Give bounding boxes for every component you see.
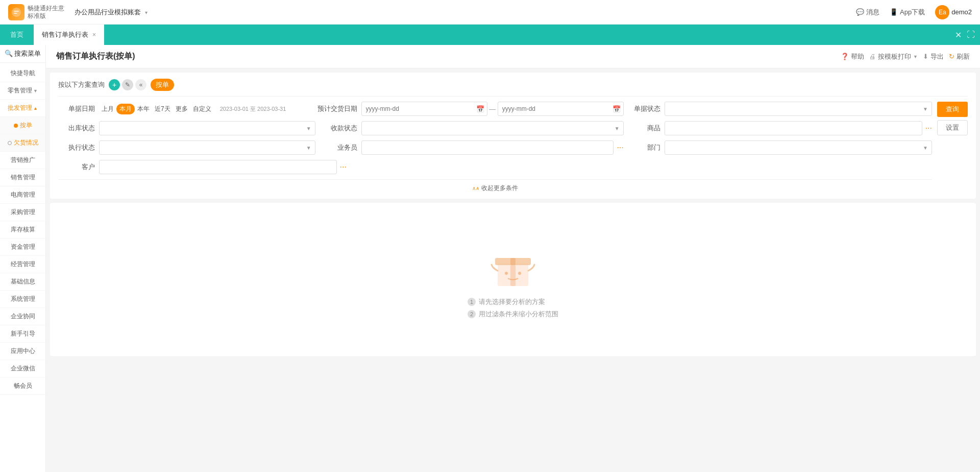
scheme-add-button[interactable]: + xyxy=(109,79,120,90)
date-btn-7days[interactable]: 近7天 xyxy=(152,104,173,114)
window-close-button[interactable]: ✕ xyxy=(955,30,962,40)
sidebar-item-enterprise[interactable]: 企业协同 xyxy=(0,308,45,325)
customer-dots-button[interactable]: ··· xyxy=(340,162,347,172)
outstock-label: 出库状态 xyxy=(58,124,99,133)
filter-content: 单据日期 上月 本月 本年 近7天 更多 自定义 xyxy=(58,102,968,193)
sidebar-item-sales[interactable]: 销售管理 xyxy=(0,169,45,186)
calendar-icon-from[interactable]: 📅 xyxy=(476,105,484,113)
sidebar-item-basic[interactable]: 基础信息 xyxy=(0,273,45,291)
empty-illustration xyxy=(487,240,538,291)
sidebar-item-retail[interactable]: 零售管理 ▼ xyxy=(0,82,45,100)
industry-selector[interactable]: 办公用品行业模拟账套 ▾ xyxy=(75,8,148,17)
product-dots-button[interactable]: ··· xyxy=(925,124,932,133)
scheme-edit-button[interactable]: ✎ xyxy=(122,79,133,90)
collapse-button[interactable]: ∧∧ 收起更多条件 xyxy=(58,179,932,193)
dept-select-wrapper: ▼ xyxy=(665,140,932,155)
logo-icon xyxy=(8,4,24,20)
date-quick-btns: 上月 本月 本年 近7天 更多 自定义 xyxy=(99,104,214,114)
circle-icon xyxy=(14,124,18,128)
sidebar-item-operations[interactable]: 经营管理 xyxy=(0,256,45,273)
sidebar-item-system[interactable]: 系统管理 xyxy=(0,291,45,308)
expected-date-label: 预计交货日期 xyxy=(315,104,361,113)
sidebar-item-wholesale[interactable]: 批发管理 ▲ xyxy=(0,100,45,117)
sidebar-item-newbie[interactable]: 新手引导 xyxy=(0,325,45,343)
salesperson-dots-button[interactable]: ··· xyxy=(617,143,623,152)
date-btn-thisyear[interactable]: 本年 xyxy=(135,104,152,114)
product-input[interactable] xyxy=(665,121,922,135)
app-download-button[interactable]: 📱 App下载 xyxy=(890,8,925,17)
calendar-icon-to[interactable]: 📅 xyxy=(612,105,621,113)
sidebar-item-finance[interactable]: 资金管理 xyxy=(0,239,45,256)
scheme-collapse-button[interactable]: « xyxy=(135,79,146,90)
expected-date-from: 📅 xyxy=(361,102,487,116)
sidebar-item-purchase[interactable]: 采购管理 xyxy=(0,204,45,221)
exec-select-wrapper: ▼ xyxy=(99,140,315,155)
tab-close-button[interactable]: × xyxy=(92,31,96,38)
sidebar-item-debt[interactable]: 欠货情况 xyxy=(0,134,45,152)
scheme-label: 按以下方案查询 xyxy=(58,80,105,89)
filter-item-status: 单据状态 ▼ xyxy=(624,102,932,116)
customer-input[interactable] xyxy=(99,160,337,174)
filter-item-dept: 部门 ▼ xyxy=(624,140,932,155)
refresh-button[interactable]: ↻ 刷新 xyxy=(949,52,970,61)
filter-item-exec: 执行状态 ▼ xyxy=(58,140,315,155)
filter-item-payment: 收款状态 ▼ xyxy=(315,121,624,135)
payment-select[interactable] xyxy=(361,121,624,135)
sidebar-item-appstore[interactable]: 应用中心 xyxy=(0,343,45,360)
payment-label: 收款状态 xyxy=(315,124,361,133)
date-btn-thismonth[interactable]: 本月 xyxy=(116,104,135,114)
svg-rect-2 xyxy=(510,258,516,265)
chevron-down-icon: ▼ xyxy=(33,88,38,93)
filter-item-salesperson: 业务员 ··· xyxy=(315,140,624,155)
filter-left: 单据日期 上月 本月 本年 近7天 更多 自定义 xyxy=(58,102,932,193)
expected-date-to-input[interactable] xyxy=(498,102,624,116)
sidebar-item-shortcuts[interactable]: 快捷导航 xyxy=(0,65,45,82)
sidebar: 🔍 搜索菜单 快捷导航 零售管理 ▼ 批发管理 ▲ 按单 xyxy=(0,45,46,472)
sidebar-item-batch[interactable]: 按单 xyxy=(0,117,45,134)
svg-point-4 xyxy=(505,272,508,275)
sidebar-item-member[interactable]: 畅会员 xyxy=(0,377,45,395)
scheme-row: 按以下方案查询 + ✎ « 按单 xyxy=(58,79,968,97)
date-btn-custom[interactable]: 自定义 xyxy=(190,104,214,114)
sidebar-search[interactable]: 🔍 搜索菜单 xyxy=(0,45,45,63)
expected-date-from-input[interactable] xyxy=(361,102,487,116)
settings-button[interactable]: 设置 xyxy=(937,120,968,135)
top-bar: 畅捷通好生意 标准版 办公用品行业模拟账套 ▾ 💬 消息 📱 App下载 Ea … xyxy=(0,0,980,25)
help-button[interactable]: ❓ 帮助 xyxy=(841,52,864,61)
scheme-option-batch[interactable]: 按单 xyxy=(151,79,174,91)
query-button[interactable]: 查询 xyxy=(937,102,968,117)
dept-label: 部门 xyxy=(624,143,665,152)
exec-select[interactable] xyxy=(99,140,315,155)
outstock-select[interactable] xyxy=(99,121,315,135)
exec-label: 执行状态 xyxy=(58,143,99,152)
tab-sales-order[interactable]: 销售订单执行表 × xyxy=(34,25,104,45)
empty-box-svg xyxy=(487,240,538,291)
empty-state: 1 请先选择要分析的方案 2 用过滤条件来缩小分析范围 xyxy=(447,220,579,339)
date-btn-more[interactable]: 更多 xyxy=(173,104,190,114)
help-icon: ❓ xyxy=(841,53,849,60)
export-button[interactable]: ⬇ 导出 xyxy=(923,52,944,61)
expected-date-to: 📅 xyxy=(498,102,624,116)
filter-row-1: 单据日期 上月 本月 本年 近7天 更多 自定义 xyxy=(58,102,932,116)
sidebar-item-wechat[interactable]: 企业微信 xyxy=(0,360,45,377)
print-button[interactable]: 🖨 按模板打印 ▼ xyxy=(869,52,918,61)
dept-select[interactable] xyxy=(665,140,932,155)
sidebar-item-inventory[interactable]: 库存核算 xyxy=(0,221,45,239)
sidebar-item-ecommerce[interactable]: 电商管理 xyxy=(0,186,45,204)
salesperson-input[interactable] xyxy=(361,140,614,155)
status-select[interactable] xyxy=(665,102,932,116)
messages-button[interactable]: 💬 消息 xyxy=(856,8,879,17)
date-btn-lastmonth[interactable]: 上月 xyxy=(99,104,116,114)
filter-item-customer: 客户 ··· xyxy=(58,160,347,174)
sidebar-nav: 快捷导航 零售管理 ▼ 批发管理 ▲ 按单 欠货情况 xyxy=(0,63,45,397)
svg-rect-3 xyxy=(510,265,516,286)
window-maximize-button[interactable]: ⛶ xyxy=(967,30,975,39)
tab-home[interactable]: 首页 xyxy=(0,25,34,45)
top-bar-left: 畅捷通好生意 标准版 办公用品行业模拟账套 ▾ xyxy=(8,4,148,20)
sidebar-sub-wholesale: 按单 欠货情况 xyxy=(0,117,45,152)
user-profile[interactable]: Ea demo2 xyxy=(935,5,972,19)
collapse-icon: ∧∧ xyxy=(472,185,479,191)
sidebar-item-marketing[interactable]: 营销推广 xyxy=(0,152,45,169)
filter-item-outstock: 出库状态 ▼ xyxy=(58,121,315,135)
filter-item-date: 单据日期 上月 本月 本年 近7天 更多 自定义 xyxy=(58,104,315,114)
